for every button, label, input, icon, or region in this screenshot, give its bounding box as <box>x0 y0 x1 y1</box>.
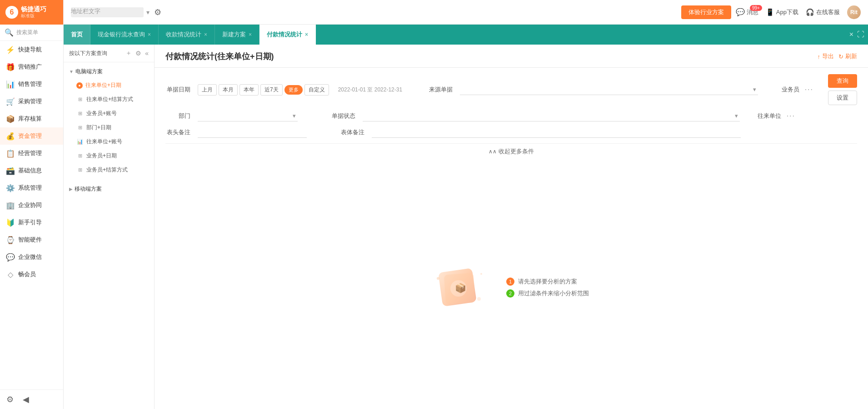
topbar-actions: 💬 消息 99+ 📱 App下载 🎧 在线客服 Rit <box>736 5 861 19</box>
sales-icon: 📊 <box>6 80 15 88</box>
scheme-item-dept-date[interactable]: ⊞ 部门+日期 <box>64 121 154 135</box>
sidebar-item-enterprise[interactable]: 🏢 企业协同 <box>0 197 63 214</box>
tab-payment[interactable]: 付款情况统计 × <box>259 25 316 45</box>
basic-info-icon: 🗃️ <box>6 167 15 175</box>
sidebar-item-label: 新手引导 <box>18 218 42 227</box>
date-btn-this-month[interactable]: 本月 <box>219 84 238 96</box>
date-btn-last-month[interactable]: 上月 <box>198 84 217 96</box>
pc-scheme-label: 电脑端方案 <box>75 68 103 76</box>
app-logo: 6 畅捷通巧 标准版 <box>0 0 63 25</box>
date-btn-custom[interactable]: 自定义 <box>304 84 329 96</box>
page-actions: ↑ 导出 ↻ 刷新 <box>818 52 858 61</box>
sidebar-item-quick-nav[interactable]: ⚡ 快捷导航 <box>0 41 63 58</box>
wechat-icon: 💬 <box>6 253 15 261</box>
marketing-icon: 🎁 <box>6 63 15 71</box>
tab-new-scheme[interactable]: 新建方案 × <box>215 25 259 45</box>
filter-row-2: 部门 ▾ 单据状态 ▾ 往来单位 ··· <box>165 111 857 121</box>
mobile-scheme-title[interactable]: ▶ 移动端方案 <box>64 182 154 196</box>
scheme-item-staff-account[interactable]: ⊞ 业务员+账号 <box>64 106 154 121</box>
scheme-item-staff-date[interactable]: ⊞ 业务员+日期 <box>64 149 154 163</box>
staff-dots[interactable]: ··· <box>805 86 813 94</box>
staff-date-icon: ⊞ <box>76 152 84 160</box>
tab-maximize-icon[interactable]: ⛶ <box>857 30 864 39</box>
address-bar[interactable]: 地址栏文字 ▾ <box>71 7 150 17</box>
sidebar-item-label: 库存核算 <box>18 115 42 123</box>
collapse-label: 收起更多条件 <box>499 147 534 156</box>
customer-service-action[interactable]: 🎧 在线客服 <box>806 8 840 16</box>
pc-scheme-title[interactable]: ▼ 电脑端方案 <box>64 65 154 78</box>
guide-icon: 🔰 <box>6 218 15 227</box>
export-button[interactable]: ↑ 导出 <box>818 52 834 61</box>
scheme-settings-icon[interactable]: ⚙ <box>135 50 141 57</box>
sidebar-item-system[interactable]: ⚙️ 系统管理 <box>0 179 63 197</box>
doc-status-group: 单据状态 ▾ <box>330 111 740 121</box>
date-btn-more[interactable]: 更多 <box>284 85 303 95</box>
filter-area: 单据日期 上月 本月 本年 近7天 更多 自定义 2022-01-01 至 20… <box>155 68 868 166</box>
scheme-item-unit-settle[interactable]: ⊞ 往来单位+结算方式 <box>64 92 154 106</box>
sidebar-item-inventory[interactable]: 📦 库存核算 <box>0 110 63 127</box>
sidebar-item-label: 企业协同 <box>18 201 42 209</box>
unit-label: 往来单位 <box>756 112 781 120</box>
notification-action[interactable]: 💬 消息 99+ <box>736 8 758 16</box>
doc-status-select[interactable]: ▾ <box>363 111 740 121</box>
unit-settle-icon: ⊞ <box>76 96 84 103</box>
sidebar-item-basic-info[interactable]: 🗃️ 基础信息 <box>0 162 63 179</box>
collapse-more-button[interactable]: ∧∧ 收起更多条件 <box>165 143 857 159</box>
collapse-sidebar-icon[interactable]: ◀ <box>23 394 29 404</box>
date-btn-this-year[interactable]: 本年 <box>239 84 259 96</box>
sidebar-item-purchase[interactable]: 🛒 采购管理 <box>0 93 63 110</box>
tip-num-2: 2 <box>506 289 514 298</box>
tab-new-scheme-close-icon[interactable]: × <box>249 31 252 38</box>
source-select[interactable]: ▾ <box>460 84 758 95</box>
dept-select[interactable]: ▾ <box>198 111 298 121</box>
scheme-item-label: 部门+日期 <box>86 124 111 131</box>
sidebar-item-operation[interactable]: 📋 经营管理 <box>0 145 63 162</box>
tab-bank[interactable]: 现金银行流水查询 × <box>90 25 159 45</box>
user-avatar[interactable]: Rit <box>847 5 861 19</box>
scheme-item-unit-account[interactable]: 📊 往来单位+账号 <box>64 135 154 149</box>
scheme-item-label: 业务员+结算方式 <box>86 166 128 174</box>
query-button[interactable]: 查询 <box>828 74 857 88</box>
scheme-item-unit-date[interactable]: ● 往来单位+日期 <box>64 78 154 92</box>
sidebar-search[interactable]: 🔍 搜索菜单 <box>0 25 63 41</box>
tab-bank-close-icon[interactable]: × <box>148 31 151 38</box>
tab-payment-close-icon[interactable]: × <box>305 31 308 38</box>
settings-bottom-icon[interactable]: ⚙ <box>6 394 14 404</box>
trial-button[interactable]: 体验行业方案 <box>681 5 731 19</box>
sidebar-item-hardware[interactable]: ⌚ 智能硬件 <box>0 231 63 248</box>
address-dropdown-icon[interactable]: ▾ <box>146 9 150 16</box>
body-note-label: 表体备注 <box>339 128 364 136</box>
sidebar-item-marketing[interactable]: 🎁 营销推广 <box>0 58 63 76</box>
header-note-input[interactable] <box>198 127 307 138</box>
app-download-action[interactable]: 📱 App下载 <box>766 8 798 16</box>
unit-dots[interactable]: ··· <box>787 112 795 120</box>
tab-home[interactable]: 首页 <box>64 25 90 45</box>
scheme-item-staff-settle[interactable]: ⊞ 业务员+结算方式 <box>64 163 154 177</box>
setting-button[interactable]: 设置 <box>828 91 857 105</box>
empty-tip-1: 1 请先选择要分析的方案 <box>506 278 589 286</box>
sidebar-item-label: 快捷导航 <box>18 45 42 54</box>
sidebar-item-member[interactable]: ◇ 畅会员 <box>0 266 63 283</box>
body-note-input[interactable] <box>372 127 741 138</box>
operation-icon: 📋 <box>6 149 15 157</box>
tab-close-all-icon[interactable]: × <box>849 30 853 39</box>
date-range-text: 2022-01-01 至 2022-12-31 <box>338 86 402 94</box>
collapse-up-icon: ∧∧ <box>489 148 497 155</box>
tip-text-2: 用过滤条件来缩小分析范围 <box>518 289 589 298</box>
collapse-panel-icon[interactable]: « <box>145 50 149 57</box>
sidebar-item-capital[interactable]: 💰 资金管理 <box>0 127 63 145</box>
tab-receipts[interactable]: 收款情况统计 × <box>159 25 215 45</box>
sidebar-item-sales[interactable]: 📊 销售管理 <box>0 76 63 93</box>
sidebar-item-wechat[interactable]: 💬 企业微信 <box>0 248 63 266</box>
topbar-gear-icon[interactable]: ⚙ <box>154 7 161 17</box>
refresh-button[interactable]: ↻ 刷新 <box>838 52 857 61</box>
add-scheme-icon[interactable]: ＋ <box>125 49 132 57</box>
svg-point-4 <box>437 277 439 280</box>
date-btn-7days[interactable]: 近7天 <box>260 84 283 96</box>
avatar-text: Rit <box>850 9 858 15</box>
svg-point-6 <box>477 297 481 301</box>
logo-icon: 6 <box>5 6 18 19</box>
scheme-item-label: 业务员+日期 <box>86 152 117 160</box>
sidebar-item-guide[interactable]: 🔰 新手引导 <box>0 214 63 231</box>
tab-receipts-close-icon[interactable]: × <box>204 31 207 38</box>
